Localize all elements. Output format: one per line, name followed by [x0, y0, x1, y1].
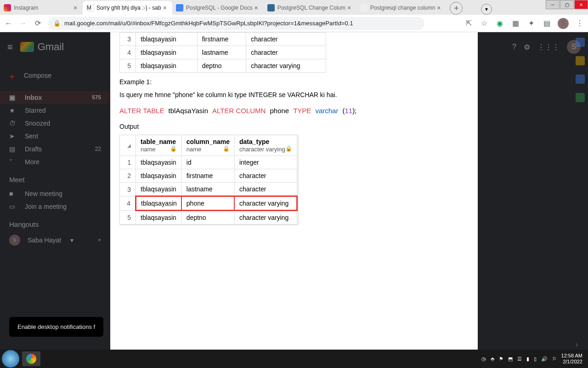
contacts-icon[interactable]	[576, 93, 585, 102]
help-icon[interactable]: ?	[512, 43, 516, 51]
extensions-button[interactable]: ✦	[526, 19, 536, 28]
side-panel: ›	[572, 32, 588, 350]
docs-icon	[176, 4, 183, 12]
minimize-button[interactable]: ─	[546, 0, 560, 9]
nav-icon: ˅	[9, 158, 17, 166]
nav-icon: ▣	[9, 94, 17, 101]
postgres-icon	[267, 4, 275, 12]
join-meeting-button[interactable]: ▭Join a meeting	[0, 200, 110, 213]
example-label: Example 1:	[119, 78, 469, 86]
gmail-m-icon	[20, 42, 34, 52]
address-field[interactable]: 🔒 mail.google.com/mail/u/0/#inbox/FMfcgz…	[48, 17, 424, 30]
apps-icon[interactable]: ⋮⋮⋮	[537, 43, 560, 52]
add-icon[interactable]: +	[98, 237, 101, 243]
extension-icon[interactable]: ▦	[511, 19, 520, 28]
sidebar-item-snoozed[interactable]: ⏱Snoozed	[0, 117, 110, 130]
tab-title: Postgresql change column	[370, 5, 435, 11]
menu-button[interactable]: ⋮	[575, 19, 584, 28]
gmail-sidebar: + Compose ▣Inbox575★Starred⏱Snoozed➤Sent…	[0, 62, 110, 252]
table-row: 1tblaqsayasinidinteger	[120, 156, 297, 169]
gmail-brand: Gmail	[38, 41, 64, 53]
sidebar-item-more[interactable]: ˅More	[0, 155, 110, 168]
compose-button[interactable]: + Compose	[0, 65, 110, 86]
tab-instagram[interactable]: Instagram ×	[0, 1, 83, 15]
col-header-data-type: data_typecharacter varying🔒	[234, 135, 297, 156]
user-avatar-icon: S	[9, 235, 20, 246]
reload-button[interactable]: ⟳	[33, 19, 42, 28]
output-label: Output	[119, 123, 469, 130]
start-button[interactable]	[2, 350, 19, 368]
notification-toast[interactable]: Enable desktop notifications f	[9, 317, 103, 337]
chrome-task-icon[interactable]	[22, 351, 40, 366]
taskbar: ◷ ⬘ ⚑ ⬒ ☰ ▮ ▯ 🔊 ⚐ 12:58 AM 2/1/2022	[0, 350, 588, 368]
network-icon[interactable]: ▮	[526, 356, 529, 362]
tab-title: PostgreSQL - Google Docs	[186, 5, 253, 11]
lock-icon: 🔒	[170, 145, 177, 152]
url-text: mail.google.com/mail/u/0/#inbox/FMfcgzGm…	[64, 20, 353, 27]
close-icon[interactable]: ×	[161, 4, 169, 12]
nav-icon: ⏱	[9, 120, 17, 127]
calendar-icon[interactable]	[576, 38, 585, 47]
tab-gmail[interactable]: M Sorry ghlt bhj diya :-) - sab ×	[83, 1, 172, 15]
lock-icon: 🔒	[285, 145, 292, 152]
col-header-table-name: table_namename🔒	[136, 135, 182, 156]
maximize-button[interactable]: ▢	[560, 0, 574, 9]
clock[interactable]: 12:58 AM 2/1/2022	[561, 353, 582, 365]
partial-table: 3tblaqsayasinfirstnamecharacter4tblaqsay…	[119, 32, 326, 73]
chevron-down-icon: ▾	[70, 236, 74, 244]
close-icon[interactable]: ×	[435, 4, 442, 12]
attachment-preview: 3tblaqsayasinfirstnamecharacter4tblaqsay…	[110, 32, 478, 350]
close-icon[interactable]: ×	[72, 4, 79, 12]
install-icon[interactable]: ⇱	[464, 19, 473, 28]
profile-avatar[interactable]: S	[558, 18, 569, 29]
tab-pg1[interactable]: PostgreSQL Change Colum ×	[264, 1, 356, 15]
table-row: 4tblaqsayasinphonecharacter varying	[120, 196, 297, 211]
new-meeting-button[interactable]: ■New meeting	[0, 187, 110, 200]
instagram-icon	[4, 4, 11, 12]
close-icon[interactable]: ×	[253, 4, 260, 12]
volume-icon[interactable]: 🔊	[541, 356, 548, 362]
action-center-icon[interactable]: ⚐	[552, 356, 557, 362]
gmail-icon: M	[86, 4, 94, 12]
sidebar-item-drafts[interactable]: ▤Drafts22	[0, 143, 110, 155]
tray-icon[interactable]: ⬘	[491, 356, 494, 362]
battery-icon[interactable]: ▯	[534, 356, 537, 362]
back-button[interactable]: ←	[4, 19, 13, 28]
menu-icon[interactable]: ≡	[7, 42, 13, 52]
table-row: 2tblaqsayasinfirstnamecharacter	[120, 169, 297, 183]
gmail-logo[interactable]: Gmail	[20, 41, 64, 53]
browser-titlebar: Instagram × M Sorry ghlt bhj diya :-) - …	[0, 0, 588, 15]
close-button[interactable]: ✕	[574, 0, 588, 9]
tab-title: Instagram	[14, 5, 72, 11]
tray-icon[interactable]: ☰	[517, 356, 522, 362]
sidebar-item-starred[interactable]: ★Starred	[0, 104, 110, 117]
sidebar-item-inbox[interactable]: ▣Inbox575	[0, 91, 110, 104]
tab-pg2[interactable]: Postgresql change column ×	[356, 1, 446, 15]
lock-icon: 🔒	[53, 20, 61, 27]
tab-gdocs[interactable]: PostgreSQL - Google Docs ×	[172, 1, 264, 15]
tab-strip: Instagram × M Sorry ghlt bhj diya :-) - …	[0, 0, 492, 15]
keep-icon[interactable]	[576, 56, 585, 65]
sidebar-item-sent[interactable]: ➤Sent	[0, 130, 110, 143]
table-row: 3tblaqsayasinlastnamecharacter	[120, 183, 297, 196]
tasks-icon[interactable]	[576, 75, 585, 84]
new-tab-button[interactable]: +	[450, 2, 463, 15]
chrome-profile-icon[interactable]: ▾	[481, 4, 492, 15]
bookmark-icon[interactable]: ☆	[480, 19, 489, 28]
extension-icon[interactable]: ◉	[495, 19, 504, 28]
table-row: 5tblaqsayasindeptnocharacter varying	[120, 211, 297, 224]
col-header-column-name: column_namename🔒	[181, 135, 234, 156]
forward-button[interactable]: →	[18, 19, 28, 28]
tab-title: Sorry ghlt bhj diya :-) - sab	[96, 5, 161, 11]
hangouts-user[interactable]: S Saba Hayat ▾ +	[0, 232, 110, 248]
expand-icon[interactable]: ›	[576, 340, 585, 350]
nav-icon: ➤	[9, 132, 17, 140]
settings-icon[interactable]: ⚙	[524, 43, 530, 52]
tray-icon[interactable]: ⬒	[508, 356, 513, 362]
sort-icon: ◢	[127, 143, 131, 148]
tray-icon[interactable]: ⚑	[499, 356, 503, 362]
reading-list-icon[interactable]: ▤	[542, 19, 551, 28]
close-icon[interactable]: ×	[345, 4, 353, 12]
output-table: ◢ table_namename🔒 column_namename🔒 data_…	[119, 135, 298, 224]
tray-icon[interactable]: ◷	[481, 356, 486, 362]
